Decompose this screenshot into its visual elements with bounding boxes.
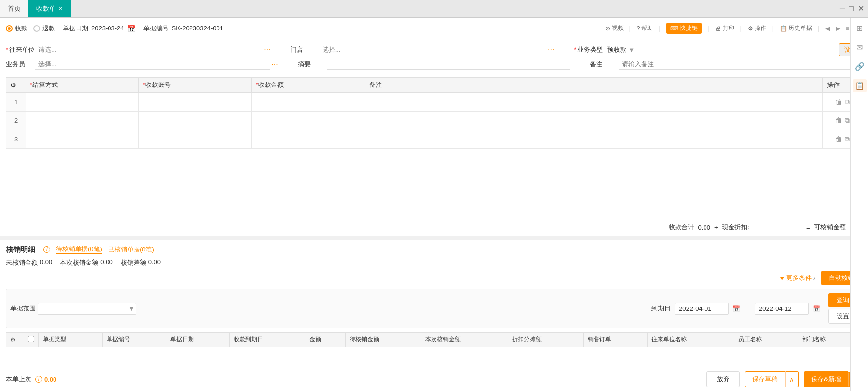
- save-draft-split-btn: 保存草稿 ∧: [745, 371, 799, 387]
- sidebar-link-icon[interactable]: 🔗: [853, 60, 867, 73]
- shop-label: 门店: [290, 45, 320, 54]
- video-btn[interactable]: ⊙ 视频: [605, 24, 624, 32]
- nav-next-icon[interactable]: ▶: [836, 25, 840, 32]
- th-gear[interactable]: ⚙: [6, 78, 26, 93]
- row3-amount[interactable]: [252, 130, 365, 149]
- end-date-input[interactable]: [755, 303, 809, 315]
- uncleared-info: 未核销金额 0.00: [6, 258, 52, 267]
- receipt-radio[interactable]: 收款: [6, 24, 27, 33]
- counterparty-more-icon[interactable]: ···: [264, 45, 270, 54]
- tab-close-icon[interactable]: ✕: [58, 5, 63, 12]
- save-new-btn[interactable]: 保存&新增: [804, 371, 848, 387]
- staff-more-icon[interactable]: ···: [271, 60, 278, 69]
- tab-done[interactable]: 已核销单据(0笔): [108, 245, 154, 254]
- nav-prev-icon[interactable]: ◀: [825, 25, 830, 32]
- close-icon[interactable]: ✕: [858, 4, 864, 13]
- bth-gear[interactable]: ⚙: [6, 333, 24, 347]
- tab-home[interactable]: 首页: [0, 0, 28, 17]
- business-type-arrow[interactable]: ▼: [628, 46, 635, 54]
- row3-settlement[interactable]: [26, 130, 139, 149]
- row2-account[interactable]: [139, 112, 252, 130]
- diff-info: 核销差额 0.00: [121, 258, 161, 267]
- number-label: 单据编号: [143, 24, 169, 33]
- row1-settlement[interactable]: [26, 93, 139, 112]
- discount-input[interactable]: [753, 223, 802, 231]
- sidebar-mail-icon[interactable]: ✉: [854, 41, 865, 54]
- print-btn[interactable]: 🖨 打印: [715, 24, 734, 32]
- tab-receipt[interactable]: 收款单 ✕: [28, 0, 71, 17]
- refund-radio[interactable]: 退款: [33, 24, 55, 33]
- summary-input[interactable]: [327, 59, 570, 70]
- save-draft-btn[interactable]: 保存草稿: [745, 371, 785, 387]
- row2-amount[interactable]: [252, 112, 365, 130]
- filter-icon: ▼: [779, 275, 785, 282]
- notes-input[interactable]: [619, 59, 862, 70]
- row1-copy-icon[interactable]: ⧉: [845, 98, 850, 106]
- start-date-input[interactable]: [675, 303, 729, 315]
- footer-buttons: 放弃 保存草稿 ∧ 保存&新增 ∧: [706, 371, 862, 387]
- minimize-icon[interactable]: ─: [840, 4, 845, 13]
- row1-amount[interactable]: [252, 93, 365, 112]
- row3-copy-icon[interactable]: ⧉: [845, 135, 850, 143]
- row2-notes[interactable]: [365, 112, 822, 130]
- total-value: 0.00: [698, 224, 710, 231]
- notes-label: 备注: [590, 60, 619, 69]
- table-section: ⚙ *结算方式 *收款账号 *收款金额 备注 操作 1: [0, 77, 868, 219]
- row2-settlement[interactable]: [26, 112, 139, 130]
- row1-account[interactable]: [139, 93, 252, 112]
- th-amount: *收款金额: [252, 78, 365, 93]
- table-row: 1 🗑 ⧉: [6, 93, 862, 112]
- refund-radio-label: 退款: [42, 24, 55, 33]
- row-num-3: 3: [6, 130, 26, 149]
- filter-more-btn[interactable]: ▼ 更多条件 ∧: [779, 274, 816, 282]
- row3-delete-icon[interactable]: 🗑: [835, 135, 842, 143]
- staff-input[interactable]: [35, 59, 270, 70]
- shortcut-label: 快捷键: [680, 24, 698, 32]
- date-range-row: 单据范围 ▼ 到期日 📅 — 📅 查询 设置: [6, 289, 862, 328]
- sep6: |: [818, 25, 819, 32]
- top-toolbar: 收款 退款 单据日期 2023-03-24 📅 单据编号 SK-20230324…: [0, 18, 868, 39]
- shop-input[interactable]: [320, 44, 546, 55]
- row3-account[interactable]: [139, 130, 252, 149]
- verify-info-icon[interactable]: i: [43, 246, 50, 253]
- date-field: 单据日期 2023-03-24 📅: [63, 24, 136, 33]
- bth-number: 单据编号: [102, 333, 166, 347]
- maximize-icon[interactable]: □: [849, 4, 854, 13]
- row2-copy-icon[interactable]: ⧉: [845, 116, 850, 125]
- tab-bar: 首页 收款单 ✕ ─ □ ✕: [0, 0, 868, 18]
- calendar-icon[interactable]: 📅: [127, 25, 136, 32]
- table-header-row: ⚙ *结算方式 *收款账号 *收款金额 备注 操作: [6, 78, 862, 93]
- date-label: 单据日期: [63, 24, 88, 33]
- notes-field: 备注: [590, 59, 862, 70]
- counterparty-input[interactable]: [35, 44, 262, 55]
- th-notes: 备注: [365, 78, 822, 93]
- help-btn[interactable]: ? 帮助: [637, 24, 653, 32]
- sidebar-table-icon[interactable]: ⊞: [854, 22, 865, 35]
- form-section: 往来单位 ··· 门店 ··· 业务类型 预收款 ▼ 设置 业务员 ···: [0, 39, 868, 77]
- row1-notes[interactable]: [365, 93, 822, 112]
- row1-delete-icon[interactable]: 🗑: [835, 98, 842, 106]
- shop-more-icon[interactable]: ···: [548, 45, 554, 54]
- footer-info: 本单上次 i 0.00: [6, 375, 56, 384]
- business-type-label: 业务类型: [574, 45, 603, 54]
- list-view-icon[interactable]: ≡: [846, 25, 849, 32]
- range-select[interactable]: [38, 303, 136, 315]
- history-btn[interactable]: 📋 历史单据: [780, 24, 812, 32]
- sidebar-document-icon[interactable]: 📋: [853, 79, 867, 92]
- range-select-wrapper: 单据范围 ▼: [10, 303, 135, 315]
- row3-notes[interactable]: [365, 130, 822, 149]
- calendar-end-icon[interactable]: 📅: [813, 305, 820, 312]
- abandon-btn[interactable]: 放弃: [706, 371, 740, 387]
- operations-btn[interactable]: ⚙ 操作: [748, 24, 766, 32]
- save-draft-arrow-btn[interactable]: ∧: [785, 371, 799, 387]
- calendar-start-icon[interactable]: 📅: [732, 305, 740, 312]
- verify-title: 核销明细: [6, 245, 35, 254]
- footer: 本单上次 i 0.00 放弃 保存草稿 ∧ 保存&新增 ∧: [0, 367, 868, 391]
- tab-pending[interactable]: 待核销单据(0笔): [56, 245, 102, 254]
- bth-checkbox[interactable]: [24, 333, 39, 347]
- row2-delete-icon[interactable]: 🗑: [835, 116, 842, 125]
- shortcut-btn[interactable]: ⌨ 快捷键: [666, 23, 702, 34]
- footer-info-icon[interactable]: i: [35, 376, 42, 383]
- bth-discount: 折扣分摊额: [508, 333, 584, 347]
- select-all-checkbox[interactable]: [28, 336, 34, 342]
